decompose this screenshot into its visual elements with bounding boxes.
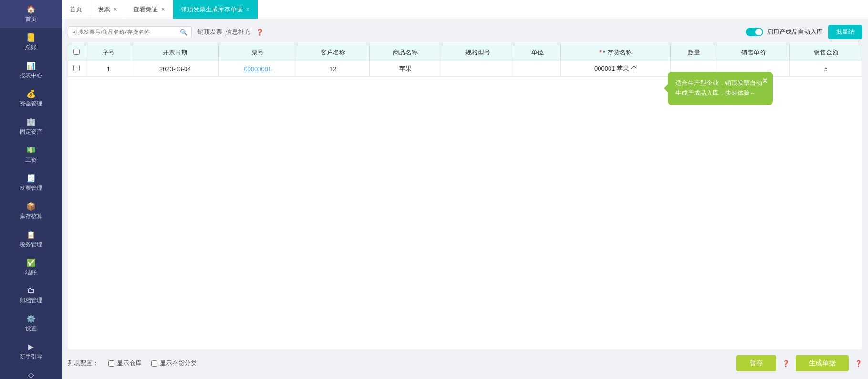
save-button[interactable]: 暂存: [736, 355, 776, 371]
sidebar-item-assets[interactable]: 🏢 固定资产: [0, 113, 62, 141]
sidebar-item-member[interactable]: ◇ 畅会员: [0, 366, 62, 379]
header-checkbox: [68, 44, 85, 61]
tab-stock-doc[interactable]: 销顶发票生成库存单据 ✕: [173, 0, 258, 19]
sidebar-item-report[interactable]: 📊 报表中心: [0, 56, 62, 84]
row-amount: 5: [790, 61, 862, 77]
settings-icon: ⚙️: [26, 314, 36, 323]
select-all-checkbox[interactable]: [73, 49, 80, 55]
row-checkbox-cell: [68, 61, 85, 77]
header-stock-name: ** 存货名称: [561, 44, 671, 61]
row-stock-name: 000001 苹果 个: [561, 61, 671, 77]
table-header-row: 序号 开票日期 票号 客户名称 商品名称 规格型号 单位 ** 存货名称 数量 …: [68, 44, 862, 61]
header-goods-name: 商品名称: [369, 44, 442, 61]
help-icon[interactable]: ❓: [256, 29, 264, 36]
show-warehouse-checkbox[interactable]: [108, 360, 114, 367]
top-bar: 🔍 销顶发票_信息补充 ❓ 启用产成品自动入库 批量结: [68, 25, 862, 39]
tabs-bar: 首页 发票 ✕ 查看凭证 ✕ 销顶发票生成库存单据 ✕: [62, 0, 868, 19]
row-goods-name: 苹果: [369, 61, 442, 77]
header-price: 销售单价: [717, 44, 790, 61]
header-amount: 销售金额: [790, 44, 862, 61]
row-ticket-no[interactable]: 00000001: [218, 61, 297, 77]
assets-icon: 🏢: [26, 117, 36, 126]
row-open-date: 2023-03-04: [132, 61, 218, 77]
row-seq: 1: [85, 61, 132, 77]
header-quantity: 数量: [671, 44, 717, 61]
row-checkbox[interactable]: [73, 65, 80, 71]
tooltip-close-icon[interactable]: ✕: [762, 75, 768, 86]
sidebar-item-home[interactable]: 🏠 首页: [0, 0, 62, 28]
tooltip-text: 适合生产型企业，销顶发票自动生成产成品入库，快来体验～: [675, 79, 762, 96]
toggle-area: 启用产成品自动入库: [746, 28, 823, 36]
show-stock-category-checkbox-item[interactable]: 显示存货分类: [151, 359, 197, 368]
sidebar-item-funds[interactable]: 💰 资金管理: [0, 84, 62, 113]
search-icon: 🔍: [180, 29, 187, 36]
sidebar-item-salary[interactable]: 💵 工资: [0, 141, 62, 169]
toggle-label: 启用产成品自动入库: [767, 28, 823, 36]
main-area: 首页 发票 ✕ 查看凭证 ✕ 销顶发票生成库存单据 ✕ 🔍 销顶发票_信息补充 …: [62, 0, 868, 379]
auto-warehouse-toggle[interactable]: [746, 28, 763, 36]
show-stock-category-checkbox[interactable]: [151, 360, 157, 367]
content-area: 🔍 销顶发票_信息补充 ❓ 启用产成品自动入库 批量结 序号 开票日期: [62, 19, 868, 379]
sidebar-item-ledger[interactable]: 📒 总账: [0, 28, 62, 56]
sidebar: 🏠 首页 📒 总账 📊 报表中心 💰 资金管理 🏢 固定资产 💵 工资 🧾 发票…: [0, 0, 62, 379]
salary-icon: 💵: [26, 146, 36, 155]
row-unit: [514, 61, 561, 77]
show-warehouse-label: 显示仓库: [117, 359, 142, 368]
tax-icon: 📋: [26, 230, 36, 239]
ledger-icon: 📒: [26, 33, 36, 42]
show-warehouse-checkbox-item[interactable]: 显示仓库: [108, 359, 142, 368]
sidebar-item-archive[interactable]: 🗂 归档管理: [0, 282, 62, 309]
close-invoice-tab[interactable]: ✕: [113, 6, 117, 12]
archive-icon: 🗂: [27, 286, 35, 295]
info-label: 销顶发票_信息补充: [197, 28, 250, 36]
bottom-bar: 列表配置： 显示仓库 显示存货分类 暂存 ❓ 生成单据 ❓: [68, 349, 862, 373]
row-spec: [442, 61, 514, 77]
header-customer: 客户名称: [297, 44, 369, 61]
tab-home[interactable]: 首页: [62, 0, 90, 19]
header-open-date: 开票日期: [132, 44, 218, 61]
settle-icon: ✅: [26, 258, 36, 267]
report-icon: 📊: [26, 61, 36, 70]
sidebar-item-settings[interactable]: ⚙️ 设置: [0, 309, 62, 337]
home-icon: 🏠: [26, 5, 36, 14]
invoice-icon: 🧾: [26, 174, 36, 183]
batch-button[interactable]: 批量结: [828, 25, 862, 39]
tab-invoice[interactable]: 发票 ✕: [90, 0, 125, 19]
close-voucher-tab[interactable]: ✕: [161, 6, 165, 12]
tab-voucher[interactable]: 查看凭证 ✕: [125, 0, 173, 19]
guide-icon: ▶: [28, 342, 34, 351]
gen-help-icon[interactable]: ❓: [855, 360, 862, 367]
row-customer: 12: [297, 61, 369, 77]
show-stock-category-label: 显示存货分类: [160, 359, 197, 368]
list-config-label: 列表配置：: [68, 359, 99, 368]
header-spec: 规格型号: [442, 44, 514, 61]
action-area: 暂存 ❓ 生成单据 ❓: [736, 355, 862, 371]
header-ticket-no: 票号: [218, 44, 297, 61]
search-box[interactable]: 🔍: [68, 26, 192, 38]
generate-button[interactable]: 生成单据: [796, 355, 849, 371]
header-unit: 单位: [514, 44, 561, 61]
save-help-icon[interactable]: ❓: [782, 360, 790, 367]
header-seq: 序号: [85, 44, 132, 61]
member-icon: ◇: [28, 370, 34, 379]
sidebar-item-settle[interactable]: ✅ 结账: [0, 253, 62, 282]
search-input[interactable]: [72, 29, 177, 35]
close-stock-doc-tab[interactable]: ✕: [246, 6, 250, 12]
tooltip-popup: ✕ 适合生产型企业，销顶发票自动生成产成品入库，快来体验～: [668, 72, 773, 105]
sidebar-item-tax[interactable]: 📋 税务管理: [0, 225, 62, 253]
inventory-icon: 📦: [26, 202, 36, 211]
sidebar-item-invoice[interactable]: 🧾 发票管理: [0, 169, 62, 197]
funds-icon: 💰: [26, 89, 36, 98]
sidebar-item-inventory[interactable]: 📦 库存核算: [0, 197, 62, 225]
sidebar-item-guide[interactable]: ▶ 新手引导: [0, 337, 62, 366]
